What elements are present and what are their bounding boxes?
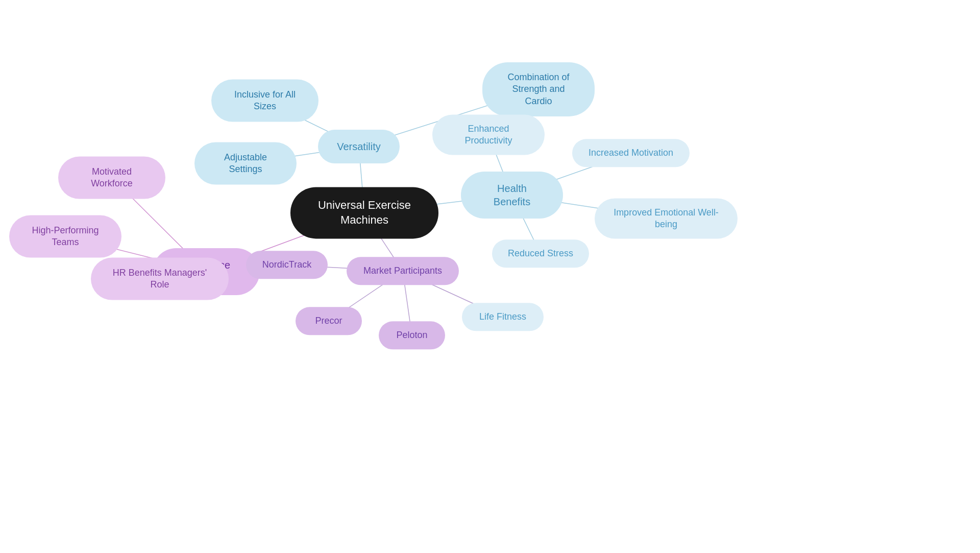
node-hr_benefits[interactable]: HR Benefits Managers' Role	[91, 258, 229, 300]
node-health_benefits[interactable]: Health Benefits	[461, 172, 563, 219]
node-motivated_workforce[interactable]: Motivated Workforce	[58, 157, 165, 199]
node-versatility[interactable]: Versatility	[318, 130, 400, 163]
node-reduced_stress[interactable]: Reduced Stress	[492, 239, 589, 268]
node-improved_emotional[interactable]: Improved Emotional Well-being	[595, 199, 738, 239]
node-inclusive[interactable]: Inclusive for All Sizes	[211, 80, 318, 122]
node-increased_motivation[interactable]: Increased Motivation	[572, 139, 690, 167]
node-life_fitness[interactable]: Life Fitness	[462, 303, 544, 331]
node-high_performing[interactable]: High-Performing Teams	[9, 215, 121, 258]
node-combination[interactable]: Combination of Strength and Cardio	[482, 62, 595, 116]
mindmap-container: Universal Exercise MachinesVersatilityCo…	[0, 0, 980, 553]
node-enhanced_productivity[interactable]: Enhanced Productivity	[432, 115, 545, 155]
node-peloton[interactable]: Peloton	[379, 321, 445, 349]
node-nordictrack[interactable]: NordicTrack	[246, 251, 328, 279]
node-adjustable[interactable]: Adjustable Settings	[194, 142, 297, 185]
node-center[interactable]: Universal Exercise Machines	[290, 187, 438, 238]
node-market_participants[interactable]: Market Participants	[347, 257, 459, 285]
node-precor[interactable]: Precor	[296, 307, 362, 335]
